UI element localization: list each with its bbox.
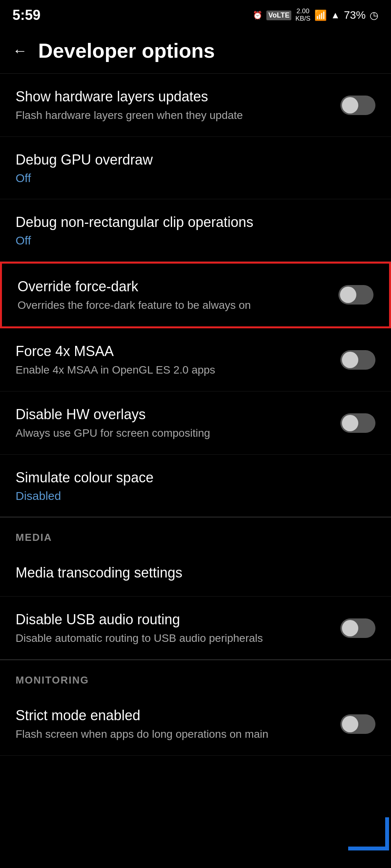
- page-title: Developer options: [38, 39, 215, 62]
- setting-content: Debug GPU overdraw Off: [16, 151, 375, 185]
- setting-subtitle: Always use GPU for screen compositing: [16, 426, 331, 440]
- setting-subtitle: Overrides the force-dark feature to be a…: [18, 298, 329, 312]
- setting-content: Debug non-rectangular clip operations Of…: [16, 213, 375, 247]
- setting-title: Force 4x MSAA: [16, 342, 331, 361]
- section-label-media: MEDIA: [16, 531, 52, 543]
- wifi-icon: 📶: [314, 9, 327, 21]
- setting-title: Override force-dark: [18, 278, 329, 296]
- setting-simulate-colour-space[interactable]: Simulate colour space Disabled: [0, 455, 391, 517]
- setting-debug-non-rectangular[interactable]: Debug non-rectangular clip operations Of…: [0, 199, 391, 262]
- setting-strict-mode[interactable]: Strict mode enabled Flash screen when ap…: [0, 693, 391, 756]
- setting-value: Off: [16, 234, 366, 247]
- section-header-media: MEDIA: [0, 517, 391, 550]
- volte-icon: VoLTE: [266, 11, 291, 20]
- setting-title: Debug non-rectangular clip operations: [16, 213, 366, 232]
- toggle-override-force-dark[interactable]: [338, 285, 373, 305]
- settings-list: Show hardware layers updates Flash hardw…: [0, 74, 391, 756]
- corner-watermark: [344, 813, 391, 852]
- toggle-disable-usb-audio[interactable]: [340, 618, 375, 638]
- toggle-disable-hw-overlays[interactable]: [340, 413, 375, 433]
- setting-subtitle: Enable 4x MSAA in OpenGL ES 2.0 apps: [16, 363, 331, 377]
- section-label-monitoring: MONITORING: [16, 674, 89, 686]
- setting-subtitle: Disable automatic routing to USB audio p…: [16, 631, 331, 645]
- status-icons: ⏰ VoLTE 2.00KB/S 📶 ▲ 73% ◷: [253, 8, 379, 22]
- setting-title: Disable USB audio routing: [16, 611, 331, 629]
- setting-media-transcoding[interactable]: Media transcoding settings: [0, 550, 391, 597]
- setting-disable-usb-audio[interactable]: Disable USB audio routing Disable automa…: [0, 597, 391, 660]
- battery-percentage: 73%: [344, 9, 366, 21]
- page-header: ← Developer options: [0, 28, 391, 74]
- setting-title: Show hardware layers updates: [16, 88, 331, 106]
- toggle-force-4x-msaa[interactable]: [340, 350, 375, 370]
- setting-content: Simulate colour space Disabled: [16, 469, 375, 503]
- setting-content: Disable HW overlays Always use GPU for s…: [16, 406, 340, 440]
- network-speed: 2.00KB/S: [295, 8, 310, 22]
- signal-icon: ▲: [331, 10, 340, 21]
- setting-subtitle: Flash screen when apps do long operation…: [16, 727, 331, 741]
- setting-title: Disable HW overlays: [16, 406, 331, 424]
- battery-icon: ◷: [370, 9, 379, 21]
- toggle-strict-mode[interactable]: [340, 714, 375, 734]
- setting-content: Disable USB audio routing Disable automa…: [16, 611, 340, 645]
- setting-content: Override force-dark Overrides the force-…: [18, 278, 338, 312]
- setting-content: Force 4x MSAA Enable 4x MSAA in OpenGL E…: [16, 342, 340, 377]
- setting-debug-gpu-overdraw[interactable]: Debug GPU overdraw Off: [0, 137, 391, 199]
- setting-show-hardware-layers[interactable]: Show hardware layers updates Flash hardw…: [0, 74, 391, 137]
- setting-title: Simulate colour space: [16, 469, 366, 487]
- setting-title: Strict mode enabled: [16, 707, 331, 725]
- setting-content: Media transcoding settings: [16, 564, 375, 582]
- setting-value: Disabled: [16, 489, 366, 503]
- setting-content: Strict mode enabled Flash screen when ap…: [16, 707, 340, 741]
- toggle-show-hardware-layers[interactable]: [340, 96, 375, 115]
- section-header-monitoring: MONITORING: [0, 660, 391, 693]
- setting-value: Off: [16, 172, 366, 185]
- status-time: 5:59: [12, 7, 41, 23]
- setting-disable-hw-overlays[interactable]: Disable HW overlays Always use GPU for s…: [0, 391, 391, 455]
- status-bar: 5:59 ⏰ VoLTE 2.00KB/S 📶 ▲ 73% ◷: [0, 0, 391, 28]
- alarm-icon: ⏰: [253, 11, 262, 20]
- setting-title: Debug GPU overdraw: [16, 151, 366, 169]
- setting-subtitle: Flash hardware layers green when they up…: [16, 108, 331, 122]
- setting-content: Show hardware layers updates Flash hardw…: [16, 88, 340, 122]
- back-button[interactable]: ←: [12, 43, 27, 59]
- setting-title: Media transcoding settings: [16, 564, 366, 582]
- setting-force-4x-msaa[interactable]: Force 4x MSAA Enable 4x MSAA in OpenGL E…: [0, 328, 391, 391]
- setting-override-force-dark[interactable]: Override force-dark Overrides the force-…: [0, 262, 391, 328]
